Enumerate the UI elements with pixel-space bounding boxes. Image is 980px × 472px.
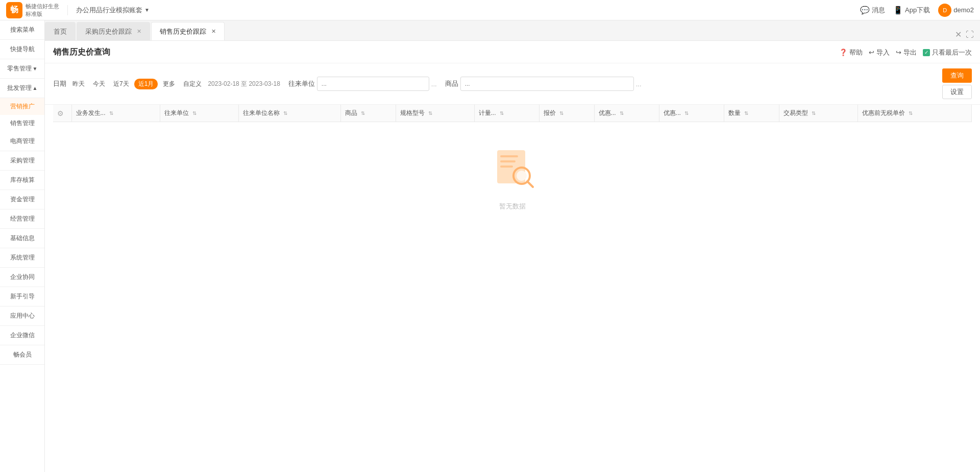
date-buttons: 昨天 今天 近7天 近1月 更多 自定义: [69, 79, 205, 89]
date-btn-today[interactable]: 今天: [90, 79, 108, 89]
sidebar-item-purchase[interactable]: 采购管理: [0, 151, 44, 171]
col-trade-type[interactable]: 交易类型 ⇅: [779, 105, 857, 122]
svg-rect-3: [500, 166, 513, 168]
message-icon: 💬: [860, 6, 870, 15]
sidebar-item-marketing[interactable]: 营销推广: [0, 98, 44, 115]
date-range-display: 2023-02-18 至 2023-03-18: [208, 80, 280, 88]
date-btn-1month[interactable]: 近1月: [134, 79, 158, 89]
tab-home[interactable]: 首页: [45, 22, 76, 40]
sidebar-item-ecom[interactable]: 电商管理: [0, 132, 44, 151]
app-download-btn[interactable]: 📱 App下载: [893, 6, 930, 15]
account-selector[interactable]: 办公用品行业模拟账套 ▼: [76, 6, 150, 15]
partner-input[interactable]: [317, 77, 429, 91]
goods-input[interactable]: [460, 77, 634, 91]
date-label: 日期: [53, 79, 66, 88]
sidebar-item-retail[interactable]: 零售管理 ▼: [0, 59, 44, 79]
chevron-up-icon: ▲: [33, 85, 38, 91]
date-btn-7days[interactable]: 近7天: [110, 79, 132, 89]
top-bar-right: 💬 消息 📱 App下载 D demo2: [860, 4, 974, 17]
divider: [67, 5, 68, 15]
col-partner-name[interactable]: 往来单位名称 ⇅: [238, 105, 340, 122]
sidebar-item-search[interactable]: 搜索菜单: [0, 20, 44, 40]
user-menu[interactable]: D demo2: [938, 4, 974, 17]
sidebar-item-inventory[interactable]: 库存核算: [0, 171, 44, 190]
svg-rect-2: [500, 160, 516, 162]
main-layout: 搜索菜单 快捷导航 零售管理 ▼ 批发管理 ▲ 营销推广 销售管理 电商管理 采…: [0, 20, 980, 472]
page-content: 销售历史价查询 ❓ 帮助 ↩ 导入 ↪ 导出 ✓: [45, 41, 980, 472]
help-icon: ❓: [839, 49, 847, 56]
tab-purchase[interactable]: 采购历史价跟踪 ✕: [77, 22, 150, 40]
col-pretax-price[interactable]: 优惠前无税单价 ⇅: [857, 105, 971, 122]
col-price[interactable]: 报价 ⇅: [539, 105, 594, 122]
sidebar-item-guide[interactable]: 新手引导: [0, 287, 44, 306]
svg-rect-1: [500, 155, 518, 157]
avatar: D: [938, 4, 951, 17]
logo-text: 畅捷信好生意 标准版: [26, 3, 59, 17]
col-partner[interactable]: 往来单位 ⇅: [160, 105, 238, 122]
page-actions: ❓ 帮助 ↩ 导入 ↪ 导出 ✓ 只看最后一次: [839, 48, 972, 57]
sort-icon: ⇅: [744, 110, 748, 116]
date-btn-custom[interactable]: 自定义: [180, 79, 205, 89]
top-bar: 畅 畅捷信好生意 标准版 办公用品行业模拟账套 ▼ 💬 消息 📱 App下载 D…: [0, 0, 980, 20]
sidebar-item-corp[interactable]: 企业协同: [0, 268, 44, 287]
settings-button[interactable]: 设置: [942, 85, 972, 99]
sidebar-item-apps[interactable]: 应用中心: [0, 306, 44, 326]
empty-icon: [487, 143, 538, 194]
col-discount1[interactable]: 优惠... ⇅: [594, 105, 659, 122]
logo-icon: 畅: [6, 2, 22, 18]
col-biz-date[interactable]: 业务发生... ⇅: [71, 105, 160, 122]
sort-icon: ⇅: [109, 110, 113, 116]
export-icon: ↪: [896, 49, 901, 56]
query-button[interactable]: 查询: [942, 68, 972, 83]
sidebar-item-wechat[interactable]: 企业微信: [0, 326, 44, 345]
sidebar-item-system[interactable]: 系统管理: [0, 248, 44, 268]
page-header: 销售历史价查询 ❓ 帮助 ↩ 导入 ↪ 导出 ✓: [45, 41, 980, 63]
gear-icon: ⚙: [57, 109, 64, 117]
date-filter-group: 日期 昨天 今天 近7天 近1月 更多 自定义 2023-02-18 至 202…: [53, 79, 280, 89]
top-bar-left: 畅 畅捷信好生意 标准版 办公用品行业模拟账套 ▼: [6, 2, 150, 18]
date-btn-more[interactable]: 更多: [160, 79, 178, 89]
filter-area: 日期 昨天 今天 近7天 近1月 更多 自定义 2023-02-18 至 202…: [45, 63, 980, 105]
sort-icon: ⇅: [559, 110, 564, 116]
goods-label: 商品: [445, 79, 458, 88]
tab-sales-close[interactable]: ✕: [211, 28, 216, 35]
tab-close-all-icon[interactable]: ✕: [955, 30, 962, 39]
svg-point-6: [517, 171, 527, 181]
import-button[interactable]: ↩ 导入: [869, 48, 890, 57]
col-unit[interactable]: 计量... ⇅: [474, 105, 539, 122]
tab-maximize-icon[interactable]: ⛶: [966, 30, 974, 39]
tab-sales[interactable]: 销售历史价跟踪 ✕: [151, 22, 225, 40]
col-discount2[interactable]: 优惠... ⇅: [659, 105, 724, 122]
col-quantity[interactable]: 数量 ⇅: [724, 105, 779, 122]
sidebar-item-basic[interactable]: 基础信息: [0, 229, 44, 248]
page-title: 销售历史价查询: [53, 47, 110, 58]
tab-extra-buttons: ✕ ⛶: [955, 30, 980, 40]
export-button[interactable]: ↪ 导出: [896, 48, 917, 57]
help-button[interactable]: ❓ 帮助: [839, 48, 863, 57]
goods-more-icon[interactable]: ...: [636, 80, 642, 88]
import-icon: ↩: [869, 49, 874, 56]
sidebar-item-wholesale[interactable]: 批发管理 ▲: [0, 79, 44, 98]
sort-icon: ⇅: [283, 110, 287, 116]
sidebar-item-quick[interactable]: 快捷导航: [0, 40, 44, 59]
sort-icon: ⇅: [812, 110, 816, 116]
col-goods[interactable]: 商品 ⇅: [340, 105, 396, 122]
sidebar: 搜索菜单 快捷导航 零售管理 ▼ 批发管理 ▲ 营销推广 销售管理 电商管理 采…: [0, 20, 45, 472]
partner-more-icon[interactable]: ...: [431, 80, 437, 88]
sidebar-item-finance[interactable]: 资金管理: [0, 190, 44, 209]
sidebar-item-ops[interactable]: 经营管理: [0, 209, 44, 229]
show-last-checkbox-group[interactable]: ✓ 只看最后一次: [923, 48, 972, 57]
empty-text: 暂无数据: [499, 202, 526, 211]
show-last-checkbox[interactable]: ✓: [923, 49, 930, 56]
sort-icon: ⇅: [500, 110, 504, 116]
svg-line-5: [527, 181, 533, 187]
col-gear[interactable]: ⚙: [53, 105, 71, 122]
sort-icon: ⇅: [192, 110, 197, 116]
table-header-row: ⚙ 业务发生... ⇅ 往来单位 ⇅ 往来单位名称: [53, 105, 972, 122]
sidebar-item-member[interactable]: 畅会员: [0, 345, 44, 365]
tab-purchase-close[interactable]: ✕: [137, 28, 141, 35]
col-spec[interactable]: 规格型号 ⇅: [396, 105, 474, 122]
date-btn-yesterday[interactable]: 昨天: [69, 79, 88, 89]
sidebar-item-sales-mgmt[interactable]: 销售管理: [0, 115, 44, 132]
message-btn[interactable]: 💬 消息: [860, 6, 885, 15]
